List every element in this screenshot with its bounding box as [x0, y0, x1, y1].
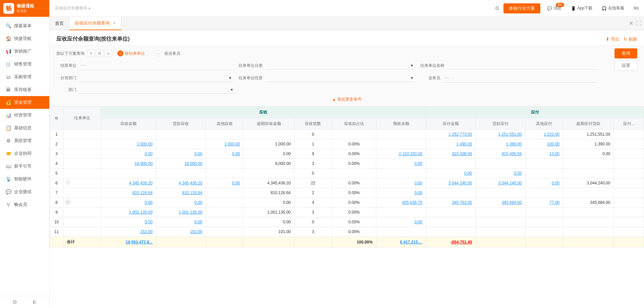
cell-ar-other[interactable] — [206, 217, 244, 227]
total-ar-prepay[interactable]: 6,417,215.... — [376, 237, 426, 248]
cell-ar-other[interactable] — [206, 169, 244, 178]
cell-ar-amount[interactable]: 1,001,135.00 — [101, 208, 156, 217]
sidebar-item-marketing[interactable]: 📢 营销推广 — [0, 45, 49, 58]
cell-ar-other[interactable] — [206, 198, 244, 208]
partner-name-input[interactable] — [447, 62, 597, 70]
scheme-option-by-biz[interactable]: ○ 按业务员 — [156, 50, 180, 56]
tab-ar-query[interactable]: 应收应付余额查询 ✕ — [69, 17, 121, 30]
total-ap-amount[interactable]: -654,751.40 — [426, 237, 476, 248]
cell-ar-prepay[interactable] — [376, 208, 426, 217]
set-button[interactable]: 设置 — [614, 60, 637, 71]
cell-ap-amount[interactable]: 0.00 — [426, 169, 476, 178]
partner-nature-select[interactable]: ▾ — [265, 74, 415, 82]
cell-ar-loan[interactable]: 4,345,436.20 — [156, 178, 206, 188]
breadcrumb-dropdown-icon[interactable]: ▾ — [89, 6, 91, 11]
cell-ar-amount[interactable]: 1,000.00 — [101, 139, 156, 149]
cell-ar-loan[interactable] — [156, 139, 206, 149]
sidebar-item-operation[interactable]: 📊 经营管理 — [0, 109, 49, 122]
cell-ap-other[interactable]: 1,222.00 — [525, 130, 563, 139]
cell-ap-other[interactable] — [525, 227, 563, 237]
cell-ar-prepay[interactable]: 0.00 — [376, 188, 426, 198]
department-select[interactable]: ▾ — [79, 86, 235, 94]
scheme-target-button[interactable]: ⊙ — [96, 50, 103, 57]
cell-ar-amount[interactable] — [101, 169, 156, 178]
sidebar-item-collab[interactable]: 🤝 企业协同 — [0, 147, 49, 160]
cell-ar-amount[interactable]: 810,126.64 — [101, 188, 156, 198]
cell-ar-amount[interactable]: 0.00 — [101, 217, 156, 227]
cell-ap-other[interactable] — [525, 188, 563, 198]
cell-ap-other[interactable] — [525, 217, 563, 227]
cell-ar-other[interactable]: 0.00 — [206, 149, 244, 159]
tab-ar-close-icon[interactable]: ✕ — [113, 21, 116, 25]
sidebar-item-guide[interactable]: 📖 新手引导 — [0, 160, 49, 173]
cell-ar-prepay[interactable] — [376, 169, 426, 178]
salesperson-dots[interactable]: ··· — [444, 75, 449, 81]
cell-ap-amount[interactable]: 3,044,240.00 — [426, 178, 476, 188]
cell-ar-prepay[interactable] — [376, 130, 426, 139]
refresh-button[interactable]: ↻ 刷新 — [624, 36, 637, 42]
sidebar-item-basic[interactable]: 📋 基础信息 — [0, 122, 49, 134]
cell-ap-other[interactable]: 100.00 — [525, 139, 563, 149]
cell-ap-amount[interactable] — [426, 208, 476, 217]
cell-ap-other[interactable] — [525, 208, 563, 217]
cell-ar-prepay[interactable]: 0.00 — [376, 217, 426, 227]
cell-ap-amount[interactable]: 345,761.00 — [426, 198, 476, 208]
tab-maximize-icon[interactable]: ⛶ — [636, 20, 641, 27]
dept-select[interactable]: ▾ — [79, 74, 233, 82]
tab-minimize-icon[interactable]: ✕ — [629, 20, 633, 27]
industry-plan-button[interactable]: 体验行业方案 — [503, 3, 540, 13]
user-area[interactable]: Rit — [634, 6, 639, 11]
cell-ar-loan[interactable]: 810,126.64 — [156, 188, 206, 198]
topbar-gear-icon[interactable]: ⚙ — [495, 5, 499, 11]
cell-ar-amount[interactable]: 0.00 — [101, 149, 156, 159]
sidebar-item-member[interactable]: V 畅会员 — [0, 198, 49, 211]
cell-ar-prepay[interactable]: 0.00 — [376, 159, 426, 169]
cell-ap-loan[interactable] — [476, 159, 525, 169]
settlement-unit-dots[interactable]: ··· — [80, 62, 85, 69]
cell-ap-other[interactable]: 13.00 — [525, 149, 563, 159]
cell-ar-loan[interactable]: 0.00 — [156, 149, 206, 159]
cell-ar-other[interactable]: 1,000.00 — [206, 139, 244, 149]
cell-ap-amount[interactable] — [426, 227, 476, 237]
cell-ap-amount[interactable]: 915,508.56 — [426, 149, 476, 159]
query-button[interactable]: 查询 — [614, 48, 637, 58]
cell-ar-amount[interactable]: 0.00 — [101, 198, 156, 208]
service-area[interactable]: 🎧 在线客服 — [602, 5, 624, 11]
cell-ar-prepay[interactable]: 2,153,333.00 — [376, 149, 426, 159]
cell-ap-loan[interactable] — [476, 217, 525, 227]
cell-ar-prepay[interactable] — [376, 139, 426, 149]
cell-ap-amount[interactable] — [426, 159, 476, 169]
cell-ar-prepay[interactable]: 655,636.75 — [376, 198, 426, 208]
collapse-filter-button[interactable]: ▲ 收起更多条件 — [56, 96, 637, 102]
scheme-back-button[interactable]: « — [105, 50, 112, 57]
cell-ap-other[interactable] — [525, 169, 563, 178]
cell-ar-other[interactable] — [206, 208, 244, 217]
cell-ap-loan[interactable]: 1,251,551.00 — [476, 130, 525, 139]
cell-ar-loan[interactable]: 1,001,135.00 — [156, 208, 206, 217]
settings-bottom-icon[interactable]: ⚙ — [12, 299, 17, 305]
sidebar-item-quicknav[interactable]: 🏠 快捷导航 — [0, 32, 49, 45]
collapse-sidebar-icon[interactable]: ⏸ — [32, 299, 37, 305]
sidebar-item-hardware[interactable]: 📡 智能硬件 — [0, 173, 49, 185]
cell-ar-other[interactable]: 0.00 — [206, 178, 244, 188]
partner-category-select[interactable]: ▾ — [265, 62, 415, 70]
app-download-area[interactable]: 📱 App下载 — [571, 5, 592, 11]
cell-ap-other[interactable]: 0.00 — [525, 178, 563, 188]
sidebar-item-finance[interactable]: 💰 资金管理 — [0, 96, 49, 109]
scheme-add-button[interactable]: + — [87, 50, 95, 57]
cell-ar-loan[interactable]: 0.00 — [156, 198, 206, 208]
cell-ar-amount[interactable]: 4,345,436.20 — [101, 178, 156, 188]
cell-ap-amount[interactable]: 1,490.00 — [426, 139, 476, 149]
export-button[interactable]: ⬆ 导出 — [606, 36, 620, 42]
total-ar-amount[interactable]: 19,553,472,6... — [101, 237, 156, 248]
cell-ar-amount[interactable]: 152.00 — [101, 227, 156, 237]
cell-ar-prepay[interactable] — [376, 227, 426, 237]
sidebar-item-inventory[interactable]: 🏛 库存核算 — [0, 83, 49, 96]
cell-ar-prepay[interactable]: 0.00 — [376, 178, 426, 188]
sidebar-item-search[interactable]: 🔍 搜索菜单 — [0, 19, 49, 32]
cell-ap-loan[interactable] — [476, 188, 525, 198]
sidebar-item-sales[interactable]: 🛒 销售管理 — [0, 58, 49, 71]
cell-ap-amount[interactable]: 1,252,773.00 — [426, 130, 476, 139]
sidebar-item-purchase[interactable]: 🗂 采购管理 — [0, 71, 49, 83]
cell-ap-other[interactable] — [525, 159, 563, 169]
